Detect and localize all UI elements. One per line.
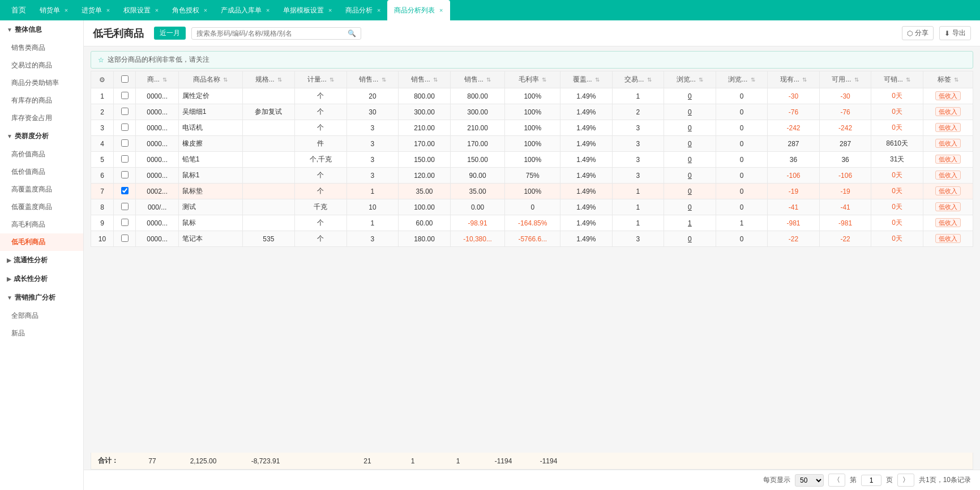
share-button[interactable]: ⬡ 分享 (902, 26, 934, 40)
sidebar-item-low-coverage[interactable]: 低覆盖度商品 (0, 198, 83, 216)
footer-total-label: 合计： (98, 456, 118, 466)
row-browse2: 0 (716, 231, 768, 247)
col-tag[interactable]: 标签 ⇅ (923, 71, 973, 88)
sidebar-group-overall[interactable]: ▼ 整体信息 (0, 20, 83, 39)
row-checkbox[interactable] (121, 92, 129, 99)
row-checkbox-cell[interactable] (113, 152, 135, 168)
row-coverage: 1.49% (560, 215, 613, 231)
sidebar-group-growth[interactable]: ▶ 成长性分析 (0, 270, 83, 288)
select-all-checkbox[interactable] (121, 75, 129, 83)
sidebar-item-category-rate[interactable]: 商品分类助销率 (0, 74, 83, 92)
col-checkbox[interactable] (113, 71, 135, 88)
sidebar-item-low-value[interactable]: 低价值商品 (0, 163, 83, 181)
nav-permissions[interactable]: 权限设置 × (117, 0, 165, 20)
row-saleable: 8610天 (871, 136, 923, 152)
row-checkbox-cell[interactable] (113, 88, 135, 104)
sidebar-item-high-value[interactable]: 高价值商品 (0, 146, 83, 163)
table-row: 3 0000... 电话机 个 3 210.00 210.00 100% 1.4… (91, 120, 973, 136)
row-sales-price: 300.00 (399, 104, 451, 120)
row-coverage: 1.49% (560, 136, 613, 152)
nav-product-entry[interactable]: 产成品入库单 × (214, 0, 276, 20)
nav-sales-order[interactable]: 销货单 × (33, 0, 75, 20)
col-unit[interactable]: 计量... ⇅ (295, 71, 347, 88)
sidebar-item-low-margin[interactable]: 低毛利商品 (0, 233, 83, 251)
col-browse1[interactable]: 浏览... ⇅ (664, 71, 716, 88)
row-checkbox-cell[interactable] (113, 231, 135, 247)
col-sales-price[interactable]: 销售... ⇅ (399, 71, 451, 88)
row-checkbox[interactable] (121, 187, 129, 194)
chevron-down-icon: ▼ (7, 295, 12, 301)
sidebar-item-stock-capital[interactable]: 库存资金占用 (0, 109, 83, 127)
row-checkbox[interactable] (121, 139, 129, 147)
row-gross-margin: 100% (505, 88, 560, 104)
nav-purchase-order[interactable]: 进货单 × (75, 0, 117, 20)
row-checkbox-cell[interactable] (113, 215, 135, 231)
sidebar-group-cluster[interactable]: ▼ 类群度分析 (0, 127, 83, 146)
close-icon[interactable]: × (266, 7, 269, 14)
row-checkbox-cell[interactable] (113, 104, 135, 120)
row-checkbox[interactable] (121, 203, 129, 210)
col-available[interactable]: 可用... ⇅ (819, 71, 871, 88)
col-name[interactable]: 商品名称 ⇅ (178, 71, 242, 88)
sidebar-item-traded-goods[interactable]: 交易过的商品 (0, 57, 83, 74)
close-icon[interactable]: × (377, 7, 380, 14)
row-coverage: 1.49% (560, 199, 613, 215)
row-checkbox-cell[interactable] (113, 136, 135, 152)
next-page-button[interactable]: 〉 (897, 474, 914, 487)
row-checkbox[interactable] (121, 171, 129, 178)
nav-template-settings[interactable]: 单据模板设置 × (276, 0, 339, 20)
sidebar-item-high-margin[interactable]: 高毛利商品 (0, 216, 83, 233)
col-coverage[interactable]: 覆盖... ⇅ (560, 71, 613, 88)
nav-role-auth[interactable]: 角色授权 × (165, 0, 214, 20)
close-icon[interactable]: × (439, 7, 443, 14)
chevron-right-icon: ▶ (7, 257, 11, 263)
close-icon[interactable]: × (328, 7, 332, 14)
row-checkbox-cell[interactable] (113, 199, 135, 215)
sidebar-item-sales-goods[interactable]: 销售类商品 (0, 39, 83, 57)
search-box[interactable]: 🔍 (191, 27, 361, 40)
col-sales-profit[interactable]: 销售... ⇅ (450, 71, 505, 88)
row-checkbox[interactable] (121, 123, 129, 131)
row-spec (242, 120, 295, 136)
row-checkbox[interactable] (121, 219, 129, 226)
close-icon[interactable]: × (65, 7, 68, 14)
row-sales-qty: 30 (346, 104, 399, 120)
row-browse1: 0 (664, 136, 716, 152)
col-spec[interactable]: 规格... ⇅ (242, 71, 295, 88)
search-input[interactable] (196, 29, 345, 37)
nav-home[interactable]: 首页 (5, 0, 33, 20)
page-input[interactable] (861, 475, 881, 486)
data-table-container[interactable]: ⚙ 商... ⇅ 商品名称 ⇅ 规格... ⇅ 计量... ⇅ 销售... ⇅ … (91, 71, 973, 453)
row-checkbox-cell[interactable] (113, 120, 135, 136)
col-current-stock[interactable]: 现有... ⇅ (768, 71, 820, 88)
sidebar-item-stocked-goods[interactable]: 有库存的商品 (0, 92, 83, 109)
row-checkbox-cell[interactable] (113, 184, 135, 199)
date-filter-button[interactable]: 近一月 (154, 27, 186, 40)
col-sales-qty[interactable]: 销售... ⇅ (346, 71, 399, 88)
per-page-select[interactable]: 50 100 200 (795, 474, 824, 487)
close-icon[interactable]: × (155, 7, 159, 14)
close-icon[interactable]: × (106, 7, 110, 14)
close-icon[interactable]: × (204, 7, 207, 14)
sidebar-item-all-goods[interactable]: 全部商品 (0, 307, 83, 325)
row-checkbox[interactable] (121, 108, 129, 115)
col-saleable[interactable]: 可销... ⇅ (871, 71, 923, 88)
prev-page-button[interactable]: 〈 (828, 474, 845, 487)
row-tag: 低收入 (923, 104, 973, 120)
sidebar-group-circulation[interactable]: ▶ 流通性分析 (0, 251, 83, 270)
sidebar-item-high-coverage[interactable]: 高覆盖度商品 (0, 181, 83, 198)
nav-product-analysis[interactable]: 商品分析 × (339, 0, 387, 20)
row-checkbox[interactable] (121, 155, 129, 163)
export-button[interactable]: ⬇ 导出 (939, 26, 971, 40)
col-settings[interactable]: ⚙ (91, 71, 114, 88)
row-checkbox[interactable] (121, 235, 129, 242)
col-browse2[interactable]: 浏览... ⇅ (716, 71, 768, 88)
col-code[interactable]: 商... ⇅ (136, 71, 178, 88)
sidebar-group-marketing[interactable]: ▼ 营销推广分析 (0, 288, 83, 307)
col-gross-margin[interactable]: 毛利率 ⇅ (505, 71, 560, 88)
row-checkbox-cell[interactable] (113, 168, 135, 184)
col-transaction[interactable]: 交易... ⇅ (612, 71, 664, 88)
sidebar-item-new-goods[interactable]: 新品 (0, 325, 83, 342)
nav-product-analysis-list[interactable]: 商品分析列表 × (387, 0, 450, 20)
search-icon[interactable]: 🔍 (348, 29, 356, 37)
